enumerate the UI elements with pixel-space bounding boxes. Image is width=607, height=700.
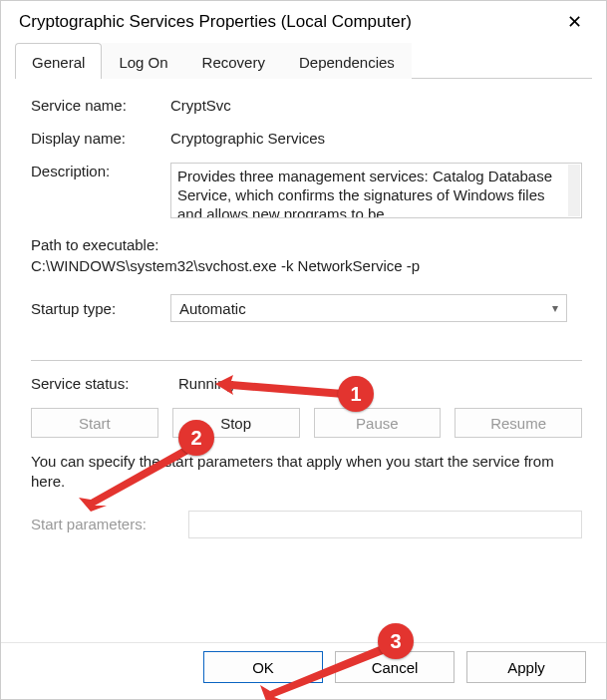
value-path: C:\WINDOWS\system32\svchost.exe -k Netwo… (31, 255, 582, 276)
svg-marker-0 (215, 375, 343, 398)
label-service-name: Service name: (31, 97, 170, 114)
tab-log-on[interactable]: Log On (102, 43, 184, 79)
label-path: Path to executable: (31, 234, 582, 255)
description-text: Provides three management services: Cata… (177, 168, 575, 218)
annotation-badge-2: 2 (178, 420, 214, 456)
close-icon[interactable]: ✕ (557, 9, 592, 35)
label-start-parameters: Start parameters: (31, 516, 174, 532)
chevron-down-icon: ▾ (552, 301, 558, 315)
resume-button: Resume (455, 408, 582, 438)
label-service-status: Service status: (31, 375, 178, 392)
startup-type-select[interactable]: Automatic ▾ (170, 294, 567, 322)
svg-marker-1 (79, 446, 192, 512)
apply-button[interactable]: Apply (466, 651, 586, 683)
startup-type-value: Automatic (179, 300, 246, 317)
tab-general[interactable]: General (15, 43, 102, 79)
title-bar[interactable]: Cryptographic Services Properties (Local… (1, 1, 606, 43)
separator (31, 360, 582, 361)
label-description: Description: (31, 163, 170, 179)
tab-recovery[interactable]: Recovery (185, 43, 282, 79)
start-button: Start (31, 408, 158, 438)
tab-content: Service name: CryptSvc Display name: Cry… (1, 79, 606, 642)
label-startup-type: Startup type: (31, 300, 170, 317)
window-title: Cryptographic Services Properties (Local… (19, 12, 412, 32)
description-box[interactable]: Provides three management services: Cata… (170, 163, 582, 218)
tab-strip: General Log On Recovery Dependencies (1, 43, 606, 79)
value-display-name: Cryptographic Services (170, 130, 582, 147)
svg-marker-2 (260, 645, 386, 700)
annotation-arrow-3 (258, 645, 388, 700)
value-service-name: CryptSvc (170, 97, 582, 114)
annotation-badge-3: 3 (378, 623, 414, 659)
dialog-window: Cryptographic Services Properties (Local… (0, 0, 607, 700)
start-parameters-input (188, 511, 582, 538)
scrollbar[interactable] (568, 165, 580, 216)
tab-dependencies[interactable]: Dependencies (282, 43, 412, 79)
annotation-arrow-2 (79, 444, 198, 514)
annotation-badge-1: 1 (338, 376, 374, 412)
annotation-arrow-1 (215, 370, 345, 410)
label-display-name: Display name: (31, 130, 170, 147)
pause-button: Pause (314, 408, 442, 438)
